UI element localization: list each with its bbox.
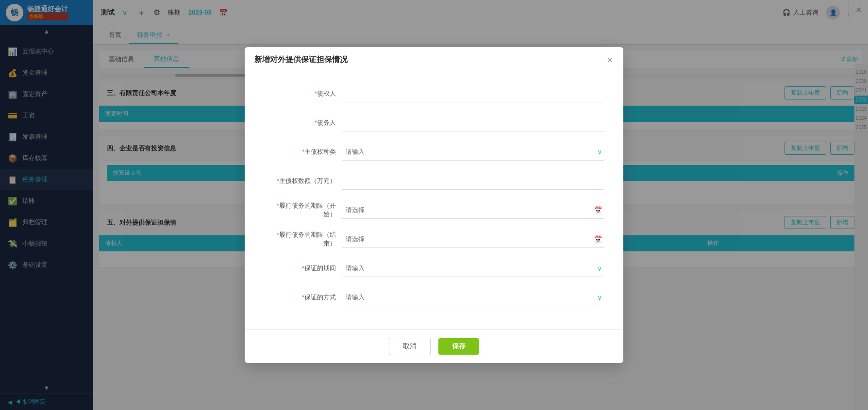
form-row-claim-amount: *主债权数额（万元） <box>264 172 604 190</box>
dialog-header: 新增对外提供保证担保情况 ✕ <box>245 47 623 73</box>
form-label-guarantee-method: *保证的方式 <box>264 293 342 302</box>
dialog-overlay: 新增对外提供保证担保情况 ✕ *债权人 *债务人 *主债权种类 <box>0 0 868 410</box>
form-label-creditor: *债权人 <box>264 89 342 98</box>
period-end-date-wrapper[interactable]: 📅 <box>342 230 604 248</box>
form-row-guarantee-period: *保证的期间 ∨ <box>264 260 604 277</box>
claim-amount-input[interactable] <box>342 172 604 190</box>
claim-type-select-wrapper[interactable]: ∨ <box>342 143 604 161</box>
claim-type-input[interactable] <box>342 143 597 160</box>
guarantee-method-input[interactable] <box>342 289 597 306</box>
form-label-period-start: *履行债务的期限（开始） <box>264 201 342 219</box>
save-button[interactable]: 保存 <box>438 338 479 355</box>
guarantee-period-input[interactable] <box>342 260 597 277</box>
guarantee-period-select-wrapper[interactable]: ∨ <box>342 260 604 277</box>
form-label-claim-type: *主债权种类 <box>264 148 342 156</box>
form-label-period-end: *履行债务的期限（结束） <box>264 230 342 248</box>
dialog-close-button[interactable]: ✕ <box>606 56 614 65</box>
dialog-footer: 取消 保存 <box>245 329 623 363</box>
guarantee-method-dropdown-icon[interactable]: ∨ <box>597 294 604 301</box>
period-start-calendar-icon[interactable]: 📅 <box>594 206 604 214</box>
period-start-input[interactable] <box>342 201 594 218</box>
period-end-input[interactable] <box>342 230 594 247</box>
guarantee-period-dropdown-icon[interactable]: ∨ <box>597 264 604 272</box>
creditor-input[interactable] <box>342 85 604 102</box>
form-row-creditor: *债权人 <box>264 85 604 102</box>
dialog-body: *债权人 *债务人 *主债权种类 ∨ <box>245 73 623 329</box>
guarantee-method-select-wrapper[interactable]: ∨ <box>342 289 604 306</box>
dialog: 新增对外提供保证担保情况 ✕ *债权人 *债务人 *主债权种类 <box>245 47 623 363</box>
form-row-guarantee-method: *保证的方式 ∨ <box>264 289 604 306</box>
cancel-button[interactable]: 取消 <box>389 338 431 355</box>
form-label-debtor: *债务人 <box>264 118 342 127</box>
claim-type-dropdown-icon[interactable]: ∨ <box>597 148 604 156</box>
form-row-period-end: *履行债务的期限（结束） 📅 <box>264 230 604 248</box>
dialog-title: 新增对外提供保证担保情况 <box>254 55 348 65</box>
form-label-claim-amount: *主债权数额（万元） <box>264 177 342 185</box>
form-row-claim-type: *主债权种类 ∨ <box>264 143 604 161</box>
period-start-date-wrapper[interactable]: 📅 <box>342 201 604 219</box>
form-row-period-start: *履行债务的期限（开始） 📅 <box>264 201 604 219</box>
form-row-debtor: *债务人 <box>264 114 604 131</box>
debtor-input[interactable] <box>342 114 604 131</box>
form-label-guarantee-period: *保证的期间 <box>264 264 342 273</box>
period-end-calendar-icon[interactable]: 📅 <box>594 235 604 243</box>
